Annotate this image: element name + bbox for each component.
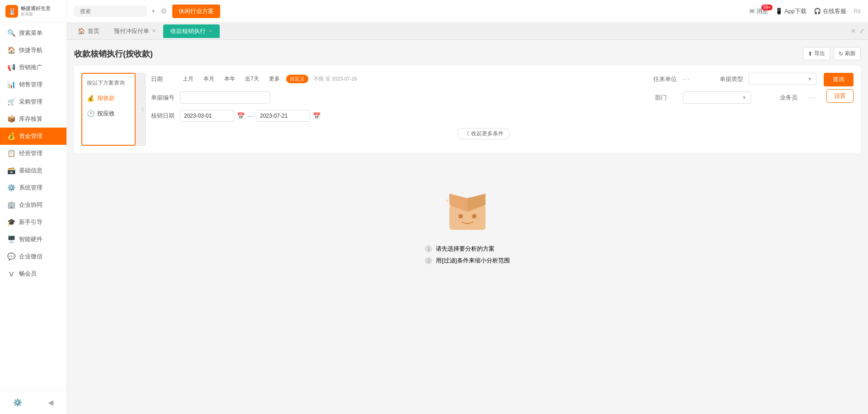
date-label: 日期 — [151, 75, 174, 83]
doc-type-select[interactable]: ▾ — [749, 73, 816, 85]
tip-text-2: 用[过滤]条件来缩小分析范围 — [436, 257, 509, 265]
sidebar-bottom: ⚙️ ◀ — [0, 390, 66, 414]
sidebar-item-system[interactable]: ⚙️系统管理 — [0, 179, 66, 196]
basic-info-icon: 🗃️ — [7, 167, 15, 175]
sidebar-item-search-menu[interactable]: 🔍搜索菜单 — [0, 24, 66, 42]
filter-container: 按以下方案查询 💰 按收款 🕐 按应收 《 — [74, 66, 861, 153]
user-avatar[interactable]: Rit — [854, 8, 861, 14]
svg-point-4 — [472, 214, 476, 219]
filter-fields: 日期 上月 本月 本年 近7天 更多 自定义 不限 至 — [151, 73, 816, 139]
finance-icon: 💰 — [7, 132, 15, 140]
logo-icon: 🐰 — [5, 5, 18, 18]
sidebar-item-finance[interactable]: 💰资金管理 — [0, 128, 66, 145]
sidebar-item-member[interactable]: V畅会员 — [0, 265, 66, 282]
tab-prepay[interactable]: 预付冲应付单 ✕ — [107, 24, 163, 38]
message-icon: ✉ — [750, 8, 755, 14]
tab-home[interactable]: 🏠 首页 — [71, 24, 107, 38]
sidebar-item-operation[interactable]: 📋经营管理 — [0, 145, 66, 162]
online-service-button[interactable]: 🎧 在线客服 — [814, 7, 846, 15]
tab-receivable[interactable]: 收款核销执行 ✕ — [163, 24, 220, 38]
date-options: 上月 本月 本年 近7天 更多 自定义 — [179, 74, 308, 84]
message-badge: 99+ — [761, 5, 773, 10]
date-range-display: 至 2023-07-26 — [326, 76, 357, 82]
doc-type-arrow: ▾ — [808, 76, 811, 82]
filter-row-2: 单据编号 部门 ▾ 业务员 ··· — [151, 91, 816, 104]
solution-button[interactable]: 休闲行业方案 — [172, 5, 220, 18]
logo-badge: 标准版 — [21, 11, 51, 17]
query-button[interactable]: 查询 — [824, 73, 854, 86]
guide-icon: 🎓 — [7, 218, 15, 226]
dept-select[interactable]: ▾ — [683, 91, 751, 104]
enterprise-icon: 🏢 — [7, 201, 15, 209]
tab-receivable-close[interactable]: ✕ — [208, 28, 212, 34]
verify-date-label: 核销日期 — [151, 112, 175, 120]
tip-text-1: 请先选择要分析的方案 — [436, 245, 495, 253]
expand-icon[interactable]: ⤢ — [859, 28, 864, 34]
dept-arrow: ▾ — [743, 94, 746, 101]
empty-tips: 1 请先选择要分析的方案 2 用[过滤]条件来缩小分析范围 — [425, 245, 509, 265]
export-icon: ⬆ — [808, 51, 812, 57]
last-7-days-option[interactable]: 近7天 — [241, 74, 263, 84]
refresh-button[interactable]: ↻ 刷新 — [834, 47, 861, 60]
receivable-icon: 🕐 — [87, 110, 94, 117]
home-icon: 🏠 — [78, 28, 85, 34]
collapse-more-row: 《 收起更多条件 — [151, 128, 816, 139]
more-option[interactable]: 更多 — [265, 74, 283, 84]
sidebar-item-hardware[interactable]: 🖥️智能硬件 — [0, 231, 66, 248]
verify-date-start[interactable] — [180, 110, 234, 122]
custom-option[interactable]: 自定义 — [286, 75, 308, 83]
sidebar-item-marketing[interactable]: 📢营销推广 — [0, 59, 66, 76]
filter-by-receipt[interactable]: 💰 按收款 — [82, 90, 135, 106]
topbar-right: ✉ 消息 99+ 📱 App下载 🎧 在线客服 Rit — [750, 7, 861, 15]
search-menu-icon: 🔍 — [7, 29, 15, 37]
this-year-option[interactable]: 本年 — [221, 74, 239, 84]
message-button[interactable]: ✉ 消息 99+ — [750, 7, 768, 15]
this-month-option[interactable]: 本月 — [200, 74, 218, 84]
tip-num-1: 1 — [425, 245, 432, 252]
sidebar-item-inventory[interactable]: 📦库存核算 — [0, 110, 66, 128]
counterpart-dots[interactable]: ··· — [682, 75, 691, 83]
tab-prepay-close[interactable]: ✕ — [152, 28, 156, 34]
sidebar-item-purchase[interactable]: 🛒采购管理 — [0, 93, 66, 110]
date-no-limit: 不限 至 2023-07-26 — [314, 76, 357, 82]
sales-icon: 📊 — [7, 81, 15, 89]
quick-nav-icon: 🏠 — [7, 46, 15, 54]
doc-no-input[interactable] — [180, 91, 270, 104]
app-icon: 📱 — [775, 8, 783, 14]
receipt-icon: 💰 — [87, 95, 94, 102]
counterpart-label: 往来单位 — [653, 75, 677, 83]
empty-state: ✦ ✦ 1 请先选择要分析的方案 2 用[过滤]条件来缩小分析范围 — [74, 153, 861, 301]
verify-date-end[interactable] — [256, 110, 310, 122]
settings-icon[interactable]: ⚙️ — [10, 395, 25, 409]
calendar-start-icon[interactable]: 📅 — [237, 112, 245, 119]
last-month-option[interactable]: 上月 — [179, 74, 197, 84]
sidebar-item-basic-info[interactable]: 🗃️基础信息 — [0, 162, 66, 179]
filter-by-receivable[interactable]: 🕐 按应收 — [82, 106, 135, 121]
sidebar-item-guide[interactable]: 🎓新手引导 — [0, 214, 66, 231]
staff-label: 业务员 — [780, 94, 802, 102]
page-actions: ⬆ 导出 ↻ 刷新 — [803, 47, 861, 60]
app-download-button[interactable]: 📱 App下载 — [775, 7, 807, 15]
close-all-icon[interactable]: ✕ — [851, 28, 856, 34]
settings-button[interactable]: 设置 — [826, 89, 854, 103]
tabbar: 🏠 首页 预付冲应付单 ✕ 收款核销执行 ✕ ✕ ⤢ — [67, 23, 868, 40]
dropdown-icon[interactable]: ▾ — [152, 8, 155, 14]
inventory-icon: 📦 — [7, 115, 15, 123]
collapse-icon: 《 — [464, 130, 469, 138]
sidebar-item-sales[interactable]: 📊销售管理 — [0, 76, 66, 93]
logo-text: 畅捷通好生意 — [21, 5, 51, 11]
gear-icon[interactable]: ⚙ — [160, 7, 167, 15]
sidebar-item-enterprise[interactable]: 🏢企业协同 — [0, 196, 66, 214]
export-button[interactable]: ⬆ 导出 — [803, 47, 830, 60]
sidebar-item-quick-nav[interactable]: 🏠快捷导航 — [0, 42, 66, 59]
search-input[interactable] — [74, 6, 146, 17]
filter-collapse-button[interactable]: 《 — [137, 73, 146, 146]
empty-svg: ✦ ✦ — [443, 189, 492, 234]
staff-dots[interactable]: ··· — [808, 94, 816, 102]
calendar-end-icon[interactable]: 📅 — [313, 112, 321, 119]
collapse-more-button[interactable]: 《 收起更多条件 — [457, 128, 510, 139]
sidebar-item-wechat[interactable]: 💬企业微信 — [0, 248, 66, 265]
collapse-sidebar-icon[interactable]: ◀ — [45, 395, 56, 409]
service-icon: 🎧 — [814, 8, 821, 14]
verify-date-range: 📅 — 📅 — [180, 110, 321, 122]
